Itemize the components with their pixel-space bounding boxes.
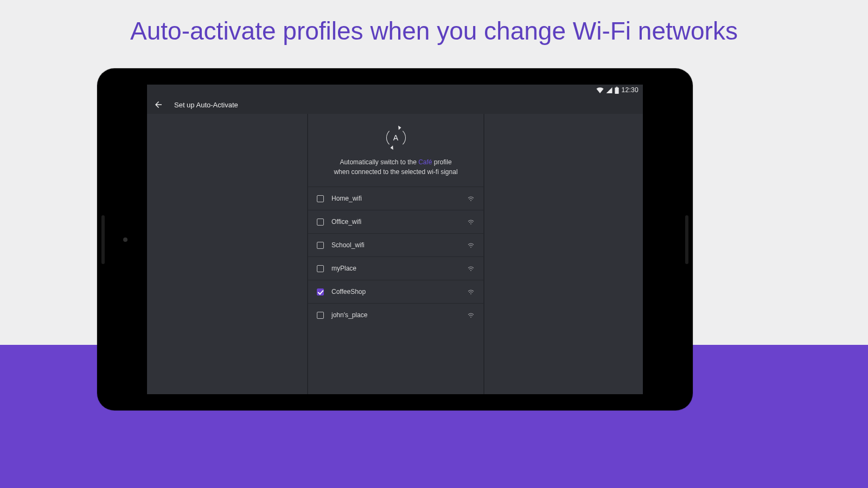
wifi-name: john's_place [331, 311, 467, 319]
left-column [147, 114, 308, 394]
device-screen: 12:30 Set up Auto-Activate A [147, 85, 643, 394]
wifi-name: School_wifi [331, 241, 467, 249]
intro-line1-prefix: Automatically switch to the [340, 158, 418, 166]
wifi-icon [467, 242, 475, 248]
svg-rect-1 [616, 87, 618, 87]
cell-signal-icon [606, 87, 612, 93]
svg-point-6 [470, 293, 471, 294]
checkbox[interactable] [317, 195, 324, 202]
checkbox[interactable] [317, 242, 324, 249]
wifi-row[interactable]: Office_wifi [308, 210, 483, 233]
profile-name[interactable]: Café [418, 158, 432, 166]
intro-line1: Automatically switch to the Café profile [340, 157, 451, 167]
checkbox[interactable] [317, 288, 324, 296]
checkbox[interactable] [317, 265, 324, 272]
android-status-bar: 12:30 [147, 85, 643, 95]
checkbox[interactable] [317, 219, 324, 226]
center-intro: A Automatically switch to the Café profi… [308, 114, 483, 187]
toolbar-title: Set up Auto-Activate [174, 101, 238, 109]
wifi-name: Home_wifi [331, 195, 467, 202]
svg-rect-0 [615, 87, 619, 94]
wifi-row[interactable]: Home_wifi [308, 187, 483, 210]
wifi-name: CoffeeShop [331, 288, 467, 296]
intro-line1-suffix: profile [432, 158, 452, 166]
status-time: 12:30 [621, 86, 639, 94]
svg-point-4 [470, 246, 471, 247]
wifi-name: myPlace [331, 265, 467, 272]
svg-point-2 [470, 200, 471, 201]
wifi-list: Home_wifi Office_wifi Sc [308, 187, 483, 326]
intro-line2: when connected to the selected wi-fi sig… [334, 167, 457, 177]
right-column [483, 114, 643, 394]
camera-dot [123, 237, 127, 242]
wifi-icon [467, 312, 475, 318]
wifi-row[interactable]: john's_place [308, 303, 483, 326]
speaker-slot-right [685, 215, 688, 264]
app-toolbar: Set up Auto-Activate [147, 95, 643, 114]
checkbox[interactable] [317, 312, 324, 319]
auto-activate-icon: A [386, 128, 406, 147]
content-grid: A Automatically switch to the Café profi… [147, 114, 643, 394]
svg-point-3 [470, 223, 471, 224]
wifi-name: Office_wifi [331, 218, 467, 226]
wifi-row[interactable]: CoffeeShop [308, 280, 483, 303]
wifi-row[interactable]: School_wifi [308, 233, 483, 256]
auto-icon-letter: A [386, 128, 406, 147]
tablet-frame: 12:30 Set up Auto-Activate A [97, 68, 693, 410]
svg-point-5 [470, 269, 471, 271]
speaker-slot-left [101, 215, 105, 264]
wifi-icon [467, 219, 475, 225]
marketing-headline: Auto-activate profiles when you change W… [0, 16, 868, 46]
wifi-icon [467, 266, 475, 272]
wifi-icon [467, 196, 475, 202]
center-column: A Automatically switch to the Café profi… [308, 114, 483, 394]
wifi-icon [467, 289, 475, 295]
wifi-row[interactable]: myPlace [308, 256, 483, 280]
svg-point-7 [470, 316, 471, 317]
battery-icon [615, 87, 619, 94]
wifi-status-icon [596, 87, 604, 93]
back-arrow-icon[interactable] [154, 100, 163, 110]
